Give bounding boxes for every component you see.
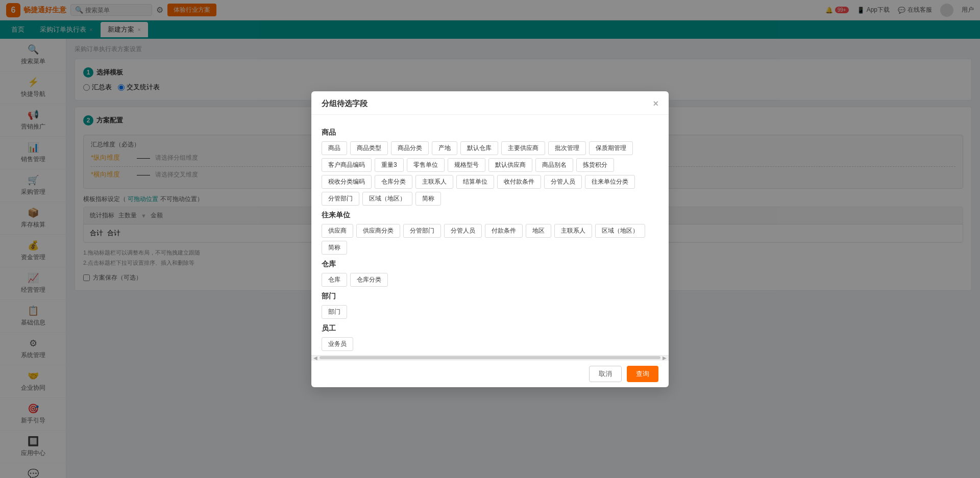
group-title-warehouse: 仓库 xyxy=(322,260,658,269)
tag-contacts-7[interactable]: 区域（地区） xyxy=(595,224,645,238)
tag-goods-7[interactable]: 保质期管理 xyxy=(589,141,633,155)
modal-cancel-button[interactable]: 取消 xyxy=(589,366,622,382)
tag-goods-24[interactable]: 简称 xyxy=(415,192,441,206)
modal-confirm-button[interactable]: 查询 xyxy=(627,366,658,382)
tag-goods-3[interactable]: 产地 xyxy=(432,141,457,155)
modal-footer: 取消 查询 xyxy=(311,360,669,387)
tag-goods-2[interactable]: 商品分类 xyxy=(391,141,429,155)
tag-goods-4[interactable]: 默认仓库 xyxy=(460,141,498,155)
tag-goods-8[interactable]: 客户商品编码 xyxy=(322,158,372,172)
group-tags-employee: 业务员 xyxy=(322,337,658,351)
tag-goods-12[interactable]: 默认供应商 xyxy=(488,158,532,172)
tag-warehouse-0[interactable]: 仓库 xyxy=(322,273,347,287)
group-tags-warehouse: 仓库 仓库分类 xyxy=(322,273,658,287)
tag-goods-16[interactable]: 仓库分类 xyxy=(375,175,412,189)
tag-contacts-0[interactable]: 供应商 xyxy=(322,224,353,238)
tag-goods-13[interactable]: 商品别名 xyxy=(535,158,573,172)
modal-title: 分组待选字段 xyxy=(322,99,368,109)
tag-goods-1[interactable]: 商品类型 xyxy=(350,141,388,155)
tag-goods-21[interactable]: 往来单位分类 xyxy=(585,175,635,189)
tag-dept-0[interactable]: 部门 xyxy=(322,305,347,319)
tag-goods-19[interactable]: 收付款条件 xyxy=(497,175,541,189)
tag-contacts-4[interactable]: 付款条件 xyxy=(485,224,523,238)
group-tags-contacts: 供应商 供应商分类 分管部门 分管人员 付款条件 地区 主联系人 区域（地区） … xyxy=(322,224,658,255)
tag-employee-0[interactable]: 业务员 xyxy=(322,337,353,351)
tag-goods-15[interactable]: 税收分类编码 xyxy=(322,175,372,189)
tag-contacts-6[interactable]: 主联系人 xyxy=(554,224,592,238)
modal-header: 分组待选字段 × xyxy=(311,91,669,115)
tag-goods-14[interactable]: 拣货积分 xyxy=(576,158,614,172)
tag-goods-17[interactable]: 主联系人 xyxy=(415,175,453,189)
tag-goods-11[interactable]: 规格型号 xyxy=(448,158,485,172)
group-title-employee: 员工 xyxy=(322,324,658,333)
modal-horizontal-scrollbar[interactable]: ◀ ▶ xyxy=(311,355,669,360)
tag-contacts-3[interactable]: 分管人员 xyxy=(444,224,482,238)
tag-goods-6[interactable]: 批次管理 xyxy=(548,141,586,155)
tag-goods-5[interactable]: 主要供应商 xyxy=(501,141,545,155)
tag-contacts-2[interactable]: 分管部门 xyxy=(403,224,441,238)
tag-goods-20[interactable]: 分管人员 xyxy=(544,175,582,189)
tag-goods-0[interactable]: 商品 xyxy=(322,141,347,155)
tag-contacts-1[interactable]: 供应商分类 xyxy=(356,224,400,238)
group-title-dept: 部门 xyxy=(322,292,658,301)
group-title-goods: 商品 xyxy=(322,128,658,137)
tag-goods-18[interactable]: 结算单位 xyxy=(456,175,494,189)
tag-goods-22[interactable]: 分管部门 xyxy=(322,192,359,206)
tag-goods-9[interactable]: 重量3 xyxy=(375,158,404,172)
hscroll-thumb[interactable] xyxy=(320,356,660,359)
modal-close-button[interactable]: × xyxy=(653,98,658,109)
modal: 分组待选字段 × 商品 商品 商品类型 商品分类 产地 默认仓库 主要供应商 批… xyxy=(311,91,669,387)
tag-contacts-8[interactable]: 简称 xyxy=(322,241,347,255)
tag-goods-23[interactable]: 区域（地区） xyxy=(362,192,412,206)
group-tags-goods: 商品 商品类型 商品分类 产地 默认仓库 主要供应商 批次管理 保质期管理 客户… xyxy=(322,141,658,206)
modal-body: 商品 商品 商品类型 商品分类 产地 默认仓库 主要供应商 批次管理 保质期管理… xyxy=(311,115,669,355)
group-title-contacts: 往来单位 xyxy=(322,211,658,220)
tag-goods-10[interactable]: 零售单位 xyxy=(407,158,445,172)
tag-warehouse-1[interactable]: 仓库分类 xyxy=(350,273,388,287)
tag-contacts-5[interactable]: 地区 xyxy=(526,224,551,238)
group-tags-dept: 部门 xyxy=(322,305,658,319)
modal-overlay: 分组待选字段 × 商品 商品 商品类型 商品分类 产地 默认仓库 主要供应商 批… xyxy=(0,0,980,478)
